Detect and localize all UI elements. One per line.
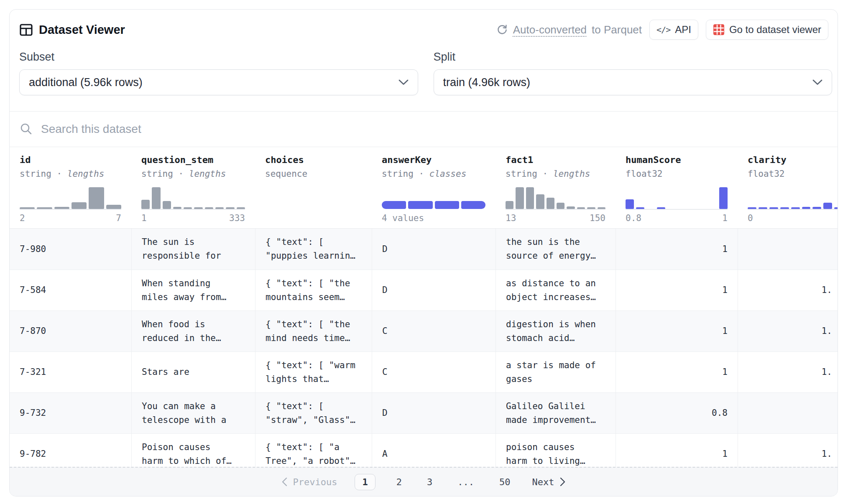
column-histogram <box>382 186 485 210</box>
histogram-range-labels: 27 <box>20 213 121 223</box>
histogram-bar <box>163 201 171 209</box>
cell-fact1: Galileo Galilei made improvement… <box>496 393 616 433</box>
histogram-bar <box>598 207 605 209</box>
cell-id: 7-584 <box>10 270 131 311</box>
histogram-bar <box>719 187 728 209</box>
page-button-3[interactable]: 3 <box>423 474 437 490</box>
histogram-bar <box>106 205 121 209</box>
cell-fact1: poison causes harm to living… <box>496 434 616 470</box>
cell-humanScore: 1 <box>616 229 738 270</box>
subset-select-value: additional (5.96k rows) <box>29 76 143 89</box>
goto-button-label: Go to dataset viewer <box>729 24 821 36</box>
search-input[interactable] <box>40 122 544 136</box>
topbar: Dataset Viewer Auto-converted to Parquet… <box>10 10 838 41</box>
split-selector: Split train (4.96k rows) <box>434 46 833 95</box>
cell-humanScore: 0.8 <box>616 393 738 433</box>
page-title: Dataset Viewer <box>39 23 125 37</box>
column-name: id <box>20 155 121 165</box>
cell-clarity: 1. <box>738 352 838 392</box>
histogram-bar <box>769 207 778 209</box>
class-pill-segment <box>408 201 432 209</box>
auto-converted-note: Auto-converted to Parquet <box>496 23 642 36</box>
cell-clarity: 1. <box>738 434 838 470</box>
page-button-2[interactable]: 2 <box>392 474 406 490</box>
histogram-bar <box>516 187 524 209</box>
histogram-range-labels: 0.81 <box>626 213 728 223</box>
column-name: fact1 <box>506 155 605 165</box>
histogram-range-labels: 4 values <box>382 213 485 223</box>
cell-question_stem: You can make a telescope with a <box>131 393 255 433</box>
goto-dataset-viewer-button[interactable]: Go to dataset viewer <box>706 20 828 40</box>
cell-choices: { "text": [ "a Tree", "a robot"… <box>255 434 372 470</box>
class-pill-segment <box>461 201 485 209</box>
dataset-viewer-card: Dataset Viewer Auto-converted to Parquet… <box>9 9 838 496</box>
histogram-bar <box>536 194 544 209</box>
histogram-bar <box>506 201 513 209</box>
refresh-icon <box>496 24 508 36</box>
cell-answerKey: C <box>372 352 496 392</box>
cell-humanScore: 1 <box>616 434 738 470</box>
chevron-right-icon <box>560 477 565 486</box>
column-header-question_stem: question_stemstring · lengths1333 <box>131 155 255 223</box>
table-row: 9-732You can make a telescope with a{ "t… <box>10 392 838 433</box>
cell-choices: { "text": [ "straw", "Glass"… <box>255 393 372 433</box>
config-selectors: Subset additional (5.96k rows) Split tra… <box>10 41 838 95</box>
cell-choices: { "text": [ "warm lights that… <box>255 352 372 392</box>
cell-humanScore: 1 <box>616 311 738 351</box>
cell-answerKey: D <box>372 393 496 433</box>
chevron-down-icon <box>398 79 409 85</box>
table-row: 9-782Poison causes harm to which of…{ "t… <box>10 433 838 470</box>
column-name: question_stem <box>141 155 245 165</box>
split-label: Split <box>434 51 833 64</box>
histogram-bar <box>194 207 202 209</box>
table-header-row: idstring · lengths27question_stemstring … <box>10 147 838 229</box>
cell-clarity: 1. <box>738 311 838 351</box>
class-pill-segment <box>435 201 459 209</box>
column-histogram <box>265 186 362 210</box>
table-icon <box>20 23 33 36</box>
cell-question_stem: Poison causes harm to which of… <box>131 434 255 470</box>
column-name: clarity <box>748 155 832 165</box>
ellipsis: ... <box>453 474 478 490</box>
histogram-bar <box>780 207 789 209</box>
table-row: 7-584When standing miles away from…{ "te… <box>10 270 838 311</box>
page-button-50[interactable]: 50 <box>495 474 515 490</box>
column-histogram <box>20 186 121 210</box>
subset-label: Subset <box>19 51 418 64</box>
auto-converted-link[interactable]: Auto-converted <box>513 23 587 36</box>
column-type: float32 <box>626 169 728 179</box>
column-header-fact1: fact1string · lengths13150 <box>496 155 616 223</box>
histogram-bar <box>152 187 160 209</box>
cell-id: 7-870 <box>10 311 131 351</box>
table-row: 7-870When food is reduced in the…{ "text… <box>10 311 838 351</box>
split-select[interactable]: train (4.96k rows) <box>434 69 833 95</box>
api-button[interactable]: </> API <box>649 20 698 40</box>
class-pill <box>382 201 485 209</box>
subset-selector: Subset additional (5.96k rows) <box>19 46 418 95</box>
column-header-answerKey: answerKeystring · classes4 values <box>372 155 496 223</box>
column-histogram <box>626 186 728 210</box>
page-button-1[interactable]: 1 <box>355 474 375 490</box>
cell-question_stem: When standing miles away from… <box>131 270 255 311</box>
histogram-bar <box>626 199 634 209</box>
histogram-bar <box>748 207 756 209</box>
subset-select[interactable]: additional (5.96k rows) <box>19 69 418 95</box>
histogram-bar <box>526 187 534 209</box>
histogram-bar <box>89 187 104 209</box>
histogram-bar <box>72 202 87 209</box>
code-icon: </> <box>656 25 670 35</box>
cell-choices: { "text": [ "puppies learnin… <box>255 229 372 270</box>
column-name: answerKey <box>382 155 485 165</box>
column-histogram <box>506 186 605 210</box>
column-type: string · classes <box>382 169 485 179</box>
column-type: float32 <box>748 169 832 179</box>
column-type: sequence <box>265 169 362 179</box>
histogram-bar <box>547 198 554 209</box>
histogram-bar <box>20 207 35 209</box>
next-button[interactable]: Next <box>532 477 565 487</box>
histogram-bar <box>205 207 213 209</box>
previous-button[interactable]: Previous <box>282 477 337 487</box>
cell-choices: { "text": [ "the mind needs time… <box>255 311 372 351</box>
column-type: string · lengths <box>506 169 605 179</box>
cell-answerKey: D <box>372 229 496 270</box>
